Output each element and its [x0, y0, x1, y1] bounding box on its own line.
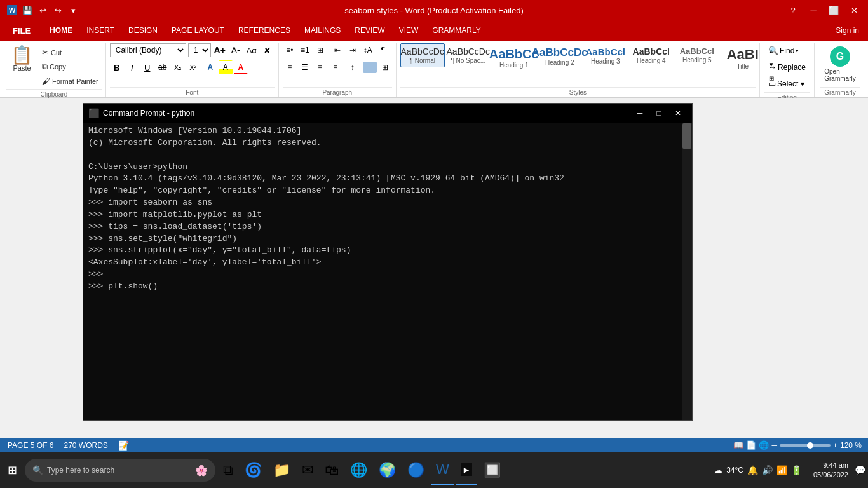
style-heading1[interactable]: AaBbCc Heading 1: [492, 43, 536, 72]
cmd-minimize-button[interactable]: ─: [631, 106, 649, 120]
shading-button[interactable]: [363, 62, 377, 73]
line-spacing-button[interactable]: ↕: [346, 60, 360, 74]
strikethrough-button[interactable]: ab: [156, 60, 170, 74]
style-heading5[interactable]: AaBbCcl Heading 5: [675, 43, 719, 67]
justify-button[interactable]: ≡: [329, 60, 342, 74]
save-icon[interactable]: 💾: [20, 3, 34, 17]
file-tab[interactable]: FILE: [3, 20, 41, 41]
network-icon[interactable]: 🔔: [747, 465, 758, 475]
text-effects-button[interactable]: A: [203, 60, 217, 74]
style-heading3[interactable]: AaBbCcl Heading 3: [583, 43, 628, 68]
style-no-space[interactable]: AaBbCcDc ¶ No Spac...: [446, 43, 491, 67]
sign-in-link[interactable]: Sign in: [829, 24, 865, 37]
system-clock[interactable]: 9:44 am 05/06/2022: [810, 461, 852, 480]
subscript-button[interactable]: X₂: [171, 60, 185, 74]
chrome2-button[interactable]: 🔵: [402, 455, 430, 485]
menu-home[interactable]: HOME: [43, 24, 79, 37]
bold-button[interactable]: B: [110, 60, 124, 74]
menu-insert[interactable]: INSERT: [80, 24, 121, 37]
minimize-button[interactable]: ─: [804, 3, 822, 17]
proofing-icon[interactable]: 📝: [116, 440, 132, 451]
font-size-increase-button[interactable]: A+: [213, 43, 227, 57]
select-button[interactable]: ▭ Select ▾: [764, 76, 809, 91]
mail-button[interactable]: ✉: [297, 455, 318, 485]
menu-view[interactable]: VIEW: [393, 24, 425, 37]
svg-text:W: W: [9, 6, 16, 14]
cmd-taskbar-button[interactable]: ▶: [456, 455, 477, 485]
close-button[interactable]: ✕: [845, 3, 863, 17]
font-color-button[interactable]: A: [234, 60, 248, 74]
format-painter-button[interactable]: 🖌 Format Painter: [39, 74, 102, 88]
word-count[interactable]: 270 WORDS: [61, 441, 110, 450]
text-highlight-button[interactable]: A: [219, 60, 233, 74]
word-taskbar-button[interactable]: W: [431, 455, 454, 485]
menu-mailings[interactable]: MAILINGS: [298, 24, 347, 37]
view-read-icon[interactable]: 📖: [733, 440, 743, 450]
underline-button[interactable]: U: [140, 60, 154, 74]
restore-button[interactable]: ⬜: [825, 3, 843, 17]
taskbar-search[interactable]: 🔍 Type here to search 🌸: [25, 459, 215, 482]
help-button[interactable]: ?: [784, 3, 802, 17]
multilevel-list-button[interactable]: ⊞: [313, 43, 327, 57]
change-case-button[interactable]: Aα: [245, 43, 259, 57]
undo-icon[interactable]: ↩: [36, 3, 50, 17]
store-button[interactable]: 🛍: [320, 455, 344, 485]
sort-button[interactable]: ↕A: [361, 43, 375, 57]
menu-review[interactable]: REVIEW: [348, 24, 391, 37]
start-button[interactable]: ⊞: [3, 455, 22, 485]
app-taskbar-button[interactable]: 🔲: [478, 455, 506, 485]
increase-indent-button[interactable]: ⇥: [346, 43, 360, 57]
style-normal[interactable]: AaBbCcDc ¶ Normal: [400, 43, 445, 67]
style-heading4[interactable]: AaBbCcl Heading 4: [629, 43, 674, 67]
font-name-selector[interactable]: Calibri (Body): [110, 43, 186, 57]
font-size-selector[interactable]: 11: [188, 43, 211, 57]
align-left-button[interactable]: ≡: [283, 60, 297, 74]
zoom-level[interactable]: 120 %: [840, 441, 863, 450]
battery-icon[interactable]: 🔋: [791, 465, 802, 475]
menu-references[interactable]: REFERENCES: [232, 24, 297, 37]
view-web-icon[interactable]: 🌐: [759, 440, 769, 450]
align-center-button[interactable]: ☰: [298, 60, 312, 74]
style-title-label: Title: [736, 63, 749, 70]
show-paragraph-button[interactable]: ¶: [376, 43, 390, 57]
font-size-decrease-button[interactable]: A-: [229, 43, 243, 57]
cut-button[interactable]: ✂ Cut: [39, 46, 102, 59]
open-grammarly-button[interactable]: G OpenGrammarly: [821, 43, 858, 85]
italic-button[interactable]: I: [125, 60, 139, 74]
view-print-icon[interactable]: 📄: [746, 440, 756, 450]
task-view-button[interactable]: ⧉: [218, 455, 238, 485]
volume-icon[interactable]: 🔊: [762, 465, 773, 475]
wifi-icon[interactable]: 📶: [776, 465, 787, 475]
chrome-button[interactable]: 🌐: [345, 455, 372, 485]
find-button[interactable]: 🔍 Find ▾: [764, 43, 803, 58]
zoom-in-button[interactable]: +: [833, 441, 837, 450]
borders-button[interactable]: ⊞: [378, 60, 392, 74]
menu-page-layout[interactable]: PAGE LAYOUT: [165, 24, 231, 37]
replace-button[interactable]: ↔ Replace: [764, 60, 810, 74]
menu-design[interactable]: DESIGN: [122, 24, 164, 37]
zoom-slider[interactable]: [780, 444, 831, 447]
customize-qat-icon[interactable]: ▾: [66, 3, 80, 17]
style-title[interactable]: AaBI Title: [721, 43, 765, 73]
copy-button[interactable]: ⧉ Copy: [39, 60, 102, 74]
edge-button[interactable]: 🌀: [240, 455, 267, 485]
page-indicator[interactable]: PAGE 5 OF 6: [5, 441, 56, 450]
superscript-button[interactable]: X²: [186, 60, 200, 74]
cmd-body[interactable]: Microsoft Windows [Version 10.0.19044.17…: [83, 123, 692, 420]
cmd-close-button[interactable]: ✕: [669, 106, 687, 120]
notification-button[interactable]: 💬: [855, 465, 865, 475]
style-heading2[interactable]: AaBbCcDc Heading 2: [538, 43, 582, 69]
bullets-button[interactable]: ≡•: [283, 43, 297, 57]
paste-button[interactable]: 📋 Paste: [6, 43, 37, 75]
file-explorer-button[interactable]: 📁: [268, 455, 295, 485]
cmd-restore-button[interactable]: □: [650, 106, 668, 120]
browser2-button[interactable]: 🌍: [374, 455, 401, 485]
cmd-scrollbar[interactable]: [682, 123, 692, 420]
decrease-indent-button[interactable]: ⇤: [330, 43, 344, 57]
numbering-button[interactable]: ≡1: [298, 43, 312, 57]
redo-icon[interactable]: ↪: [51, 3, 65, 17]
clear-formatting-button[interactable]: ✘: [261, 43, 275, 57]
menu-grammarly[interactable]: GRAMMARLY: [426, 24, 487, 37]
zoom-out-button[interactable]: ─: [771, 441, 777, 450]
align-right-button[interactable]: ≡: [313, 60, 327, 74]
